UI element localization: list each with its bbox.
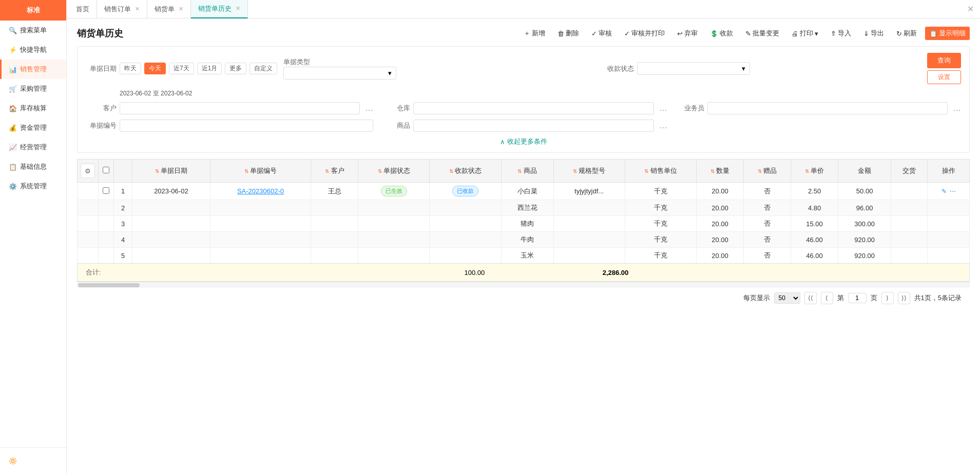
action-cell: ✎ ⋯ bbox=[932, 188, 965, 195]
export-label: 导出 bbox=[871, 29, 884, 38]
cell-checkbox[interactable] bbox=[99, 200, 114, 216]
filter-salesperson-dots[interactable]: … bbox=[953, 104, 961, 113]
shortcut-today[interactable]: 今天 bbox=[144, 63, 166, 74]
shortcut-1month[interactable]: 近1月 bbox=[197, 63, 222, 74]
audit-print-button[interactable]: ✓ 审核并打印 bbox=[620, 27, 669, 40]
tab-home[interactable]: 首页 bbox=[69, 0, 97, 18]
batch-change-button[interactable]: ✎ 批量变更 bbox=[741, 27, 783, 40]
filter-goods-input[interactable] bbox=[413, 120, 654, 132]
cell-setting bbox=[78, 200, 99, 216]
th-spec-type[interactable]: ⇅ 规格型号 bbox=[553, 160, 625, 183]
tab-sales-goods[interactable]: 销货单 ✕ bbox=[147, 0, 191, 18]
page-number-input[interactable] bbox=[848, 293, 867, 303]
scroll-bar-area[interactable] bbox=[77, 282, 970, 288]
import-icon: ⇑ bbox=[831, 30, 836, 37]
doc-no-link[interactable]: SA-20230602-0 bbox=[237, 187, 284, 195]
sidebar-item-system-mgmt[interactable]: ⚙️ 系统管理 bbox=[0, 176, 66, 196]
table-gear-button[interactable]: ⚙ bbox=[81, 164, 95, 178]
print-button[interactable]: 🖨 打印 ▾ bbox=[787, 27, 822, 40]
sidebar-item-search-menu[interactable]: 🔍 搜索菜单 bbox=[0, 21, 66, 40]
select-all-checkbox[interactable] bbox=[103, 167, 109, 173]
shortcut-yesterday[interactable]: 昨天 bbox=[120, 63, 141, 74]
th-doc-status[interactable]: ⇅ 单据状态 bbox=[358, 160, 430, 183]
sidebar-item-quick-nav[interactable]: ⚡ 快捷导航 bbox=[0, 40, 66, 60]
import-button[interactable]: ⇑ 导入 bbox=[827, 27, 855, 40]
cell-checkbox[interactable] bbox=[99, 183, 114, 200]
tab-bar-close-all[interactable]: ✕ bbox=[967, 4, 978, 14]
row-checkbox[interactable] bbox=[103, 187, 109, 194]
cell-doc-date bbox=[132, 216, 210, 232]
collapse-btn[interactable]: ∧ 收起更多条件 bbox=[500, 137, 547, 146]
sidebar-item-sales-mgmt[interactable]: 📊 销售管理 bbox=[0, 60, 66, 79]
filter-warehouse-input[interactable] bbox=[413, 102, 654, 114]
page-prev-button[interactable]: ⟨ bbox=[821, 292, 833, 304]
cell-num: 3 bbox=[114, 216, 132, 232]
th-gift[interactable]: ⇅ 赠品 bbox=[744, 160, 791, 183]
th-customer[interactable]: ⇅ 客户 bbox=[311, 160, 358, 183]
show-detail-button[interactable]: 📋 显示明细 bbox=[925, 27, 970, 40]
set-button[interactable]: 设置 bbox=[927, 70, 961, 84]
page-next-button[interactable]: ⟩ bbox=[881, 292, 894, 304]
show-detail-icon: 📋 bbox=[929, 30, 937, 37]
filter-warehouse-dots[interactable]: … bbox=[659, 104, 667, 113]
pagination: 每页显示 50 100 ⟨⟨ ⟨ 第 页 ⟩ ⟩⟩ 共1页，5条记录 bbox=[77, 288, 970, 308]
tab-sales-goods-close[interactable]: ✕ bbox=[179, 6, 183, 12]
cell-checkbox[interactable] bbox=[99, 232, 114, 248]
tab-sales-order[interactable]: 销售订单 ✕ bbox=[97, 0, 147, 18]
export-button[interactable]: ⇓ 导出 bbox=[859, 27, 888, 40]
shortcut-7days[interactable]: 近7天 bbox=[169, 63, 194, 74]
sidebar-item-finance[interactable]: 💰 资金管理 bbox=[0, 118, 66, 137]
query-button[interactable]: 查询 bbox=[927, 53, 961, 68]
filter-customer-dots[interactable]: … bbox=[365, 104, 373, 113]
edit-action[interactable]: ✎ bbox=[941, 188, 947, 195]
add-button[interactable]: ＋ 新增 bbox=[520, 27, 549, 40]
filter-customer-input[interactable] bbox=[120, 102, 360, 114]
th-quantity[interactable]: ⇅ 数量 bbox=[697, 160, 744, 183]
page-first-button[interactable]: ⟨⟨ bbox=[804, 292, 817, 304]
sidebar-bottom-action1[interactable]: 🔆 bbox=[0, 452, 66, 470]
filter-doctype-item: 单据类型 ▾ bbox=[283, 57, 597, 80]
abandon-button[interactable]: ↩ 弃审 bbox=[673, 27, 702, 40]
shortcut-more[interactable]: 更多 bbox=[225, 63, 246, 74]
th-setting[interactable]: ⚙ bbox=[78, 160, 99, 183]
th-doc-no[interactable]: ⇅ 单据编号 bbox=[210, 160, 311, 183]
scroll-thumb[interactable] bbox=[78, 283, 140, 287]
refresh-button[interactable]: ↻ 刷新 bbox=[892, 27, 921, 40]
sidebar-item-basic-info[interactable]: 📋 基础信息 bbox=[0, 157, 66, 176]
delete-button[interactable]: 🗑 删除 bbox=[553, 27, 583, 40]
print-icon: 🖨 bbox=[792, 30, 798, 37]
filter-doctype-select[interactable]: ▾ bbox=[283, 67, 396, 80]
th-checkbox[interactable] bbox=[99, 160, 114, 183]
sidebar-item-operation[interactable]: 📈 经营管理 bbox=[0, 137, 66, 157]
cell-transaction bbox=[891, 183, 928, 200]
th-unit-price[interactable]: ⇅ 单价 bbox=[791, 160, 838, 183]
audit-button[interactable]: ✓ 审核 bbox=[587, 27, 616, 40]
filter-salesperson-input[interactable] bbox=[707, 102, 948, 114]
filter-goods-label: 商品 bbox=[379, 121, 410, 130]
th-payment-status[interactable]: ⇅ 收款状态 bbox=[430, 160, 501, 183]
th-doc-date[interactable]: ⇅ 单据日期 bbox=[132, 160, 210, 183]
tab-sales-history[interactable]: 销货单历史 ✕ bbox=[191, 0, 248, 18]
shortcut-custom[interactable]: 自定义 bbox=[249, 63, 277, 74]
sidebar-item-purchase-mgmt[interactable]: 🛒 采购管理 bbox=[0, 79, 66, 98]
tab-sales-history-close[interactable]: ✕ bbox=[236, 5, 240, 12]
th-sales-unit[interactable]: ⇅ 销售单位 bbox=[625, 160, 696, 183]
sidebar-item-inventory[interactable]: 🏠 库存核算 bbox=[0, 98, 66, 118]
filter-section: 单据日期 昨天 今天 近7天 近1月 更多 自定义 单据类型 bbox=[77, 46, 970, 153]
cell-checkbox[interactable] bbox=[99, 216, 114, 232]
page-size-select[interactable]: 50 100 bbox=[774, 292, 800, 304]
sales-mgmt-icon: 📊 bbox=[9, 65, 17, 73]
cell-sales-unit: 千克 bbox=[625, 232, 696, 248]
more-action[interactable]: ⋯ bbox=[950, 188, 956, 195]
th-goods[interactable]: ⇅ 商品 bbox=[501, 160, 553, 183]
cell-doc-status bbox=[358, 248, 430, 264]
filter-docno-input[interactable] bbox=[120, 120, 373, 132]
cell-payment-status bbox=[430, 232, 501, 248]
filter-payment-select[interactable]: ▾ bbox=[637, 62, 750, 75]
page-last-button[interactable]: ⟩⟩ bbox=[898, 292, 910, 304]
filter-goods-dots[interactable]: … bbox=[659, 121, 667, 130]
cell-checkbox[interactable] bbox=[99, 248, 114, 264]
cell-goods: 小白菜 bbox=[501, 183, 553, 200]
tab-sales-order-close[interactable]: ✕ bbox=[135, 6, 140, 12]
collect-button[interactable]: 💲 收款 bbox=[706, 27, 737, 40]
